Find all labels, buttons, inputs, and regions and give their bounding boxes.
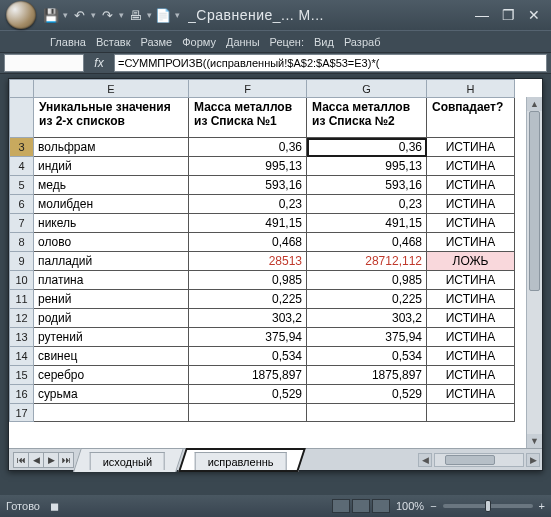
cell[interactable]: рутений [34,328,189,347]
row-header[interactable]: 4 [10,157,34,176]
cell[interactable]: 491,15 [307,214,427,233]
close-button[interactable]: ✕ [521,6,547,24]
cell[interactable]: 28712,112 [307,252,427,271]
hscroll-thumb[interactable] [445,455,495,465]
row-header[interactable]: 5 [10,176,34,195]
tab-home[interactable]: Главна [46,34,90,50]
col-header-g[interactable]: G [307,80,427,98]
header-cell[interactable]: Масса металлов из Списка №2 [307,98,427,138]
row-header[interactable]: 8 [10,233,34,252]
row-header[interactable]: 16 [10,385,34,404]
cell[interactable]: индий [34,157,189,176]
hscroll-left-icon[interactable]: ◀ [418,453,432,467]
tab-last-icon[interactable]: ⏭ [58,452,74,468]
row-header[interactable]: 13 [10,328,34,347]
cell[interactable]: ИСТИНА [427,385,515,404]
redo-icon[interactable]: ↷ [98,6,116,24]
col-header-e[interactable]: E [34,80,189,98]
cell[interactable]: 0,36 [307,138,427,157]
tab-first-icon[interactable]: ⏮ [13,452,29,468]
cell[interactable]: олово [34,233,189,252]
cell[interactable]: 0,529 [189,385,307,404]
cell[interactable] [34,404,189,422]
row-header[interactable]: 15 [10,366,34,385]
row-header[interactable]: 3 [10,138,34,157]
header-cell[interactable]: Масса металлов из Списка №1 [189,98,307,138]
cell[interactable]: 0,23 [307,195,427,214]
cell[interactable]: 995,13 [189,157,307,176]
cell[interactable]: 375,94 [189,328,307,347]
cell[interactable]: ИСТИНА [427,195,515,214]
cell[interactable]: 0,36 [189,138,307,157]
cell[interactable]: 1875,897 [189,366,307,385]
cell[interactable] [427,404,515,422]
col-header-h[interactable]: H [427,80,515,98]
header-cell[interactable]: Уникальные значения из 2-х списков [34,98,189,138]
vertical-scrollbar[interactable]: ▲ ▼ [526,97,542,448]
cell[interactable]: родий [34,309,189,328]
cell[interactable]: 28513 [189,252,307,271]
row-header[interactable] [10,98,34,138]
save-icon[interactable]: 💾 [42,6,60,24]
fx-icon[interactable]: fx [88,56,110,70]
cell[interactable] [307,404,427,422]
cell[interactable]: 491,15 [189,214,307,233]
cell[interactable]: 0,468 [307,233,427,252]
print-icon[interactable]: 🖶 [126,6,144,24]
tab-layout[interactable]: Разме [136,34,176,50]
tab-review[interactable]: Рецен: [266,34,308,50]
tab-data[interactable]: Данны [222,34,264,50]
name-box[interactable] [4,54,84,72]
office-button[interactable] [6,1,36,29]
cell[interactable]: 0,534 [189,347,307,366]
cell[interactable]: никель [34,214,189,233]
cell[interactable]: 0,225 [307,290,427,309]
row-header[interactable]: 12 [10,309,34,328]
sheet-tab-corrected[interactable]: исправленнь [179,448,307,472]
cell[interactable]: 1875,897 [307,366,427,385]
cell[interactable]: ИСТИНА [427,157,515,176]
cell[interactable]: 303,2 [189,309,307,328]
cell[interactable]: 0,529 [307,385,427,404]
macro-record-icon[interactable]: ◼ [50,500,59,513]
cell[interactable]: ИСТИНА [427,138,515,157]
cell[interactable] [189,404,307,422]
cell[interactable]: 0,225 [189,290,307,309]
cell[interactable]: молибден [34,195,189,214]
cell[interactable]: 593,16 [189,176,307,195]
cell[interactable]: ИСТИНА [427,176,515,195]
tab-developer[interactable]: Разраб [340,34,385,50]
scroll-up-icon[interactable]: ▲ [527,97,542,111]
cell[interactable]: 0,534 [307,347,427,366]
tab-next-icon[interactable]: ▶ [43,452,59,468]
cell[interactable]: ИСТИНА [427,328,515,347]
preview-icon[interactable]: 📄 [154,6,172,24]
zoom-out-button[interactable]: − [430,500,436,512]
cell[interactable]: палладий [34,252,189,271]
cell[interactable]: ИСТИНА [427,366,515,385]
horizontal-scrollbar[interactable]: ◀ ▶ [304,453,542,467]
row-header[interactable]: 9 [10,252,34,271]
hscroll-right-icon[interactable]: ▶ [526,453,540,467]
tab-insert[interactable]: Вставк [92,34,135,50]
redo-dropdown-icon[interactable]: ▾ [118,6,124,24]
cell[interactable]: ИСТИНА [427,233,515,252]
cell[interactable]: 0,985 [189,271,307,290]
cell[interactable]: 593,16 [307,176,427,195]
maximize-button[interactable]: ❐ [495,6,521,24]
cell[interactable]: рений [34,290,189,309]
cell[interactable]: ЛОЖЬ [427,252,515,271]
view-buttons[interactable] [332,499,390,513]
row-header[interactable]: 11 [10,290,34,309]
grid[interactable]: E F G H Уникальные значения из 2-х списк… [9,79,542,448]
cell[interactable]: 0,985 [307,271,427,290]
zoom-level[interactable]: 100% [396,500,424,512]
minimize-button[interactable]: — [469,6,495,24]
row-header[interactable]: 14 [10,347,34,366]
cell[interactable]: 0,468 [189,233,307,252]
cell[interactable]: ИСТИНА [427,271,515,290]
qat-dropdown-icon[interactable]: ▾ [62,6,68,24]
sheet-tab-original[interactable]: исходный [73,448,184,472]
undo-icon[interactable]: ↶ [70,6,88,24]
formula-bar[interactable]: =СУММПРОИЗВ((исправленный!$A$2:$A$53=E3)… [114,54,547,72]
